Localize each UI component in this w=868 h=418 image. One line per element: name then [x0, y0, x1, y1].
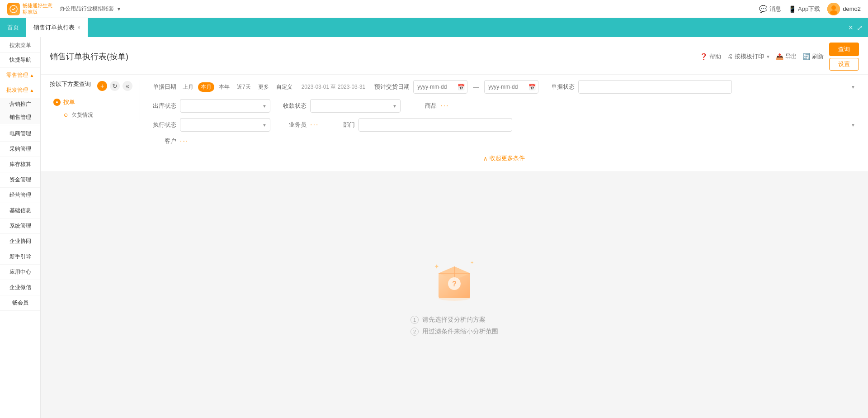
message-btn[interactable]: 💬 消息 [759, 5, 781, 13]
svg-point-3 [830, 10, 837, 15]
dropdown-icon[interactable]: ▾ [118, 6, 120, 12]
sidebar-item-shortcut[interactable]: 快捷导航 [0, 52, 40, 68]
customer-label: 客户 [149, 137, 176, 145]
plan-active-icon [53, 99, 61, 106]
out-status-select[interactable] [180, 99, 270, 113]
calendar-end-icon[interactable]: 📅 [528, 84, 536, 90]
sidebar-item-retail[interactable]: 零售管理 ▲ [0, 68, 40, 83]
query-button[interactable]: 查询 [829, 43, 859, 56]
exec-status-select[interactable] [180, 118, 270, 132]
receive-status-label: 收款状态 [279, 102, 307, 110]
date-end-wrapper: 📅 [484, 80, 538, 94]
filter-dept: 部门 [328, 118, 859, 132]
user-menu[interactable]: demo2 [827, 3, 861, 15]
sidebar-item-app-center[interactable]: 应用中心 [0, 265, 40, 280]
page-title: 销售订单执行表(按单) [50, 51, 128, 62]
hint-item-1: 1 请先选择要分析的方案 [410, 316, 498, 324]
sidebar-item-newbie[interactable]: 新手引导 [0, 249, 40, 265]
empty-illustration: ? ✦ ✦ ✦ [427, 251, 481, 305]
sidebar-item-system[interactable]: 系统管理 [0, 218, 40, 234]
goods-label: 商品 [410, 102, 437, 110]
exec-status-label: 执行状态 [149, 121, 176, 129]
goods-select-icon[interactable]: ··· [440, 102, 449, 110]
sidebar-item-ecommerce[interactable]: 电商管理 [0, 126, 40, 142]
single-status-select[interactable] [578, 80, 732, 94]
sidebar-search[interactable]: 搜索菜单 [0, 37, 40, 52]
page-actions: ❓ 帮助 🖨 按模板打印 ▼ 📤 导出 🔄 刷新 [700, 43, 859, 71]
help-btn[interactable]: ❓ 帮助 [700, 52, 721, 61]
template-print-btn[interactable]: 🖨 按模板打印 ▼ [726, 52, 770, 61]
date-btn-7days[interactable]: 近7天 [234, 82, 254, 92]
user-name: demo2 [843, 5, 861, 12]
sidebar-item-membership[interactable]: 畅会员 [0, 295, 40, 311]
hint-number-2: 2 [410, 328, 419, 336]
expected-date-label: 预计交货日期 [374, 83, 410, 91]
plan-item-shortage[interactable]: ⊙ 欠货情况 [50, 109, 132, 121]
sidebar-item-basic-info[interactable]: 基础信息 [0, 203, 40, 218]
collapse-more-btn[interactable]: ∧ 收起更多条件 [149, 151, 859, 166]
close-window-icon[interactable]: × [848, 23, 853, 33]
collapse-icon: ∧ [483, 155, 488, 162]
filter-receive-status: 收款状态 [279, 99, 401, 113]
filter-out-status: 出库状态 [149, 99, 270, 113]
maximize-window-icon[interactable]: ⤢ [857, 24, 863, 32]
export-btn[interactable]: 📤 导出 [776, 52, 797, 61]
collapse-plan-icon[interactable]: « [123, 81, 132, 91]
sidebar-item-inventory[interactable]: 库存核算 [0, 157, 40, 172]
salesman-select-icon[interactable]: ··· [310, 121, 319, 129]
svg-text:✦: ✦ [466, 272, 469, 276]
date-btn-this-year[interactable]: 本年 [216, 82, 232, 92]
sidebar-item-sales[interactable]: 销售管理 [0, 111, 40, 124]
status-area: ? ✦ ✦ ✦ 1 请先选择要分析的方案 2 用过滤条件来缩小分析范围 [41, 172, 868, 418]
date-btn-custom[interactable]: 自定义 [274, 82, 295, 92]
window-controls: × ⤢ [848, 23, 868, 33]
tab-sales-order[interactable]: 销售订单执行表 × [26, 18, 88, 37]
sidebar-item-wholesale[interactable]: 批发管理 ▲ [0, 83, 40, 98]
hint-number-1: 1 [410, 316, 419, 324]
filter-exec-status: 执行状态 [149, 118, 270, 132]
plan-item-by-order[interactable]: 按单 [50, 95, 132, 109]
app-download-btn[interactable]: 📱 App下载 [788, 5, 820, 13]
filter-plan-title: 按以下方案查询 [50, 80, 91, 88]
salesman-label: 业务员 [279, 121, 307, 129]
dept-label: 部门 [328, 121, 355, 129]
filter-row-3: 执行状态 业务员 ··· [149, 118, 859, 132]
date-start-wrapper: 📅 [413, 80, 467, 94]
sidebar: 搜索菜单 快捷导航 零售管理 ▲ 批发管理 ▲ 营销推广 销售管理 电商管理 采… [0, 37, 41, 418]
filter-fields: 单据日期 上月 本月 本年 近7天 更多 自定义 2023-03-01 至 20… [140, 80, 859, 166]
customer-select-icon[interactable]: ··· [180, 137, 189, 145]
print-icon: 🖨 [726, 53, 733, 60]
filter-single-status: 单据状态 [547, 80, 859, 94]
filter-salesman: 业务员 ··· [279, 121, 319, 129]
hint-item-2: 2 用过滤条件来缩小分析范围 [410, 328, 498, 336]
refresh-btn[interactable]: 🔄 刷新 [802, 52, 824, 61]
page-header: 销售订单执行表(按单) ❓ 帮助 🖨 按模板打印 ▼ 📤 导出 [41, 37, 868, 75]
filter-row-1: 单据日期 上月 本月 本年 近7天 更多 自定义 2023-03-01 至 20… [149, 80, 859, 94]
date-separator: — [471, 84, 481, 90]
sidebar-item-marketing[interactable]: 营销推广 [0, 98, 40, 111]
calendar-start-icon[interactable]: 📅 [458, 84, 465, 90]
tab-home[interactable]: 首页 [0, 18, 26, 37]
chevron-up-icon-wholesale: ▲ [30, 88, 34, 93]
setting-button[interactable]: 设置 [829, 58, 859, 71]
date-btn-more[interactable]: 更多 [255, 82, 272, 92]
date-btn-this-month[interactable]: 本月 [198, 82, 214, 92]
plan-sub-icon: ⊙ [62, 112, 69, 119]
refresh-plan-icon[interactable]: ↻ [110, 81, 120, 91]
receive-status-select[interactable] [310, 99, 401, 113]
sidebar-item-purchase[interactable]: 采购管理 [0, 142, 40, 157]
svg-text:✦: ✦ [470, 260, 474, 265]
refresh-icon: 🔄 [802, 53, 810, 60]
date-btn-last-month[interactable]: 上月 [180, 82, 196, 92]
sidebar-item-wechat[interactable]: 企业微信 [0, 280, 40, 295]
filter-panel: 按以下方案查询 + ↻ « [41, 75, 868, 172]
sidebar-item-finance[interactable]: 资金管理 [0, 172, 40, 188]
add-plan-icon[interactable]: + [97, 81, 107, 91]
close-tab-icon[interactable]: × [77, 24, 80, 31]
sidebar-item-operations[interactable]: 经营管理 [0, 188, 40, 203]
dept-select[interactable] [359, 118, 512, 132]
account-label: 办公用品行业模拟账套 [60, 5, 114, 13]
svg-text:✦: ✦ [434, 263, 439, 270]
app-logo: 畅捷通好生意 标准版 [7, 3, 52, 15]
sidebar-item-enterprise[interactable]: 企业协同 [0, 234, 40, 249]
